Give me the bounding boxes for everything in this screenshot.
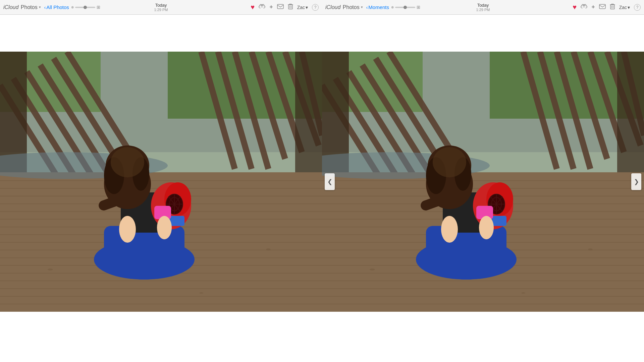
right-white-space [322, 15, 644, 52]
right-zoom-thumb [404, 6, 407, 9]
left-zoom-thumb [84, 6, 87, 9]
svg-point-128 [479, 216, 494, 239]
right-upload-button[interactable] [581, 3, 587, 11]
left-photo [0, 52, 322, 312]
svg-point-46 [94, 239, 195, 280]
right-back-chevron-icon: ‹ [366, 5, 368, 10]
svg-point-59 [157, 216, 172, 239]
left-photos-label: Photos [19, 4, 37, 10]
left-toolbar-actions: ♥ + [251, 3, 319, 11]
left-app-name[interactable]: iCloud Photos ▾ [3, 4, 41, 10]
left-photo-container [0, 52, 322, 312]
right-zoom-slider[interactable] [395, 7, 415, 8]
right-user-chevron-icon: ▾ [628, 5, 630, 10]
left-white-space [0, 15, 322, 52]
left-toolbar: iCloud Photos ▾ ‹ All Photos ⊕ ⊞ Today 1… [0, 0, 322, 15]
right-photo [322, 52, 644, 312]
left-back-label: All Photos [46, 4, 69, 10]
next-photo-button[interactable]: ❯ [631, 173, 641, 190]
right-icloud-label: iCloud [325, 4, 340, 10]
right-date-label: Today [477, 3, 489, 8]
left-back-chevron-icon: ‹ [44, 5, 46, 10]
right-user-label: Zac [619, 5, 627, 10]
svg-point-127 [441, 216, 458, 243]
right-back-label: Moments [368, 4, 389, 10]
right-zoom-control[interactable]: ⊕ ⊞ [391, 5, 420, 10]
right-app-name[interactable]: iCloud Photos ▾ [325, 4, 363, 10]
svg-point-58 [119, 216, 136, 243]
next-arrow-icon: ❯ [634, 178, 639, 185]
svg-point-67 [199, 292, 203, 294]
right-zoom-large-icon: ⊞ [417, 5, 420, 10]
left-help-button[interactable]: ? [312, 4, 319, 11]
left-user-chevron-icon: ▾ [306, 5, 308, 10]
prev-arrow-icon: ❮ [327, 178, 332, 185]
left-zoom-large-icon: ⊞ [97, 5, 100, 10]
right-toolbar-actions: ♥ + [573, 3, 641, 11]
right-add-button[interactable]: + [591, 4, 595, 11]
svg-rect-69 [599, 4, 605, 9]
left-email-button[interactable] [277, 4, 284, 11]
right-toolbar-center: Today 1:29 PM [476, 3, 490, 12]
right-bottom-space [322, 312, 644, 362]
left-zoom-slider[interactable] [75, 7, 95, 8]
left-trash-button[interactable] [288, 3, 293, 11]
left-date-label: Today [155, 3, 167, 8]
left-zoom-small-icon: ⊕ [71, 5, 74, 9]
right-photos-label: Photos [341, 4, 359, 10]
prev-photo-button[interactable]: ❮ [325, 173, 335, 190]
right-heart-button[interactable]: ♥ [573, 3, 577, 11]
svg-point-137 [588, 248, 593, 250]
svg-point-64 [111, 147, 144, 177]
left-add-button[interactable]: + [269, 4, 273, 11]
right-photo-container: ❮ ❯ [322, 52, 644, 312]
left-user-menu[interactable]: Zac ▾ [297, 5, 308, 10]
left-zoom-control[interactable]: ⊕ ⊞ [71, 5, 100, 10]
right-back-button[interactable]: ‹ Moments [366, 4, 389, 10]
right-time-label: 1:29 PM [476, 8, 490, 12]
left-back-button[interactable]: ‹ All Photos [44, 4, 69, 10]
svg-point-136 [521, 292, 525, 294]
right-email-button[interactable] [599, 4, 606, 11]
svg-point-133 [433, 147, 466, 177]
svg-point-135 [370, 268, 375, 270]
left-user-label: Zac [297, 5, 305, 10]
svg-point-68 [266, 248, 271, 250]
left-time-label: 1:29 PM [154, 8, 168, 12]
left-app-chevron-icon[interactable]: ▾ [39, 5, 41, 9]
svg-rect-70 [610, 5, 614, 9]
right-help-button[interactable]: ? [634, 4, 641, 11]
right-toolbar: iCloud Photos ▾ ‹ Moments ⊕ ⊞ Today 1:29… [322, 0, 644, 15]
left-icloud-label: iCloud [3, 4, 18, 10]
right-zoom-small-icon: ⊕ [391, 5, 394, 9]
right-user-menu[interactable]: Zac ▾ [619, 5, 630, 10]
svg-point-66 [48, 268, 53, 270]
right-panel: iCloud Photos ▾ ‹ Moments ⊕ ⊞ Today 1:29… [322, 0, 644, 362]
svg-rect-1 [288, 5, 292, 9]
svg-point-115 [416, 239, 517, 280]
left-toolbar-center: Today 1:29 PM [154, 3, 168, 12]
left-bottom-space [0, 312, 322, 362]
svg-rect-0 [277, 4, 283, 9]
left-heart-button[interactable]: ♥ [251, 3, 255, 11]
right-trash-button[interactable] [610, 3, 615, 11]
left-upload-button[interactable] [259, 3, 265, 11]
right-app-chevron-icon[interactable]: ▾ [361, 5, 363, 9]
left-panel: iCloud Photos ▾ ‹ All Photos ⊕ ⊞ Today 1… [0, 0, 322, 362]
